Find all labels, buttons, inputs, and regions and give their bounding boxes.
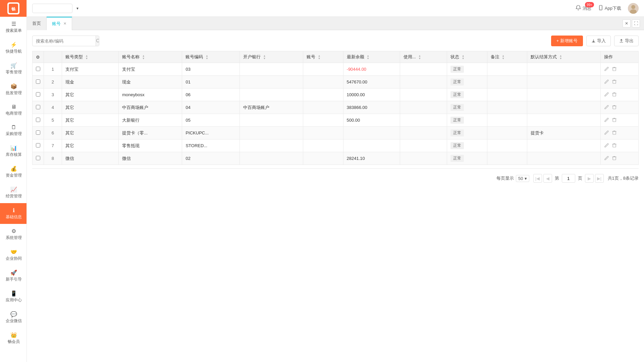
page-next-btn[interactable]: ▶ [585,174,594,183]
row-checkbox[interactable] [36,105,40,109]
sidebar-item-vip[interactable]: 👑 畅会员 [0,328,26,349]
row-bank [239,88,303,101]
delete-icon[interactable] [612,143,617,149]
page-first-btn[interactable]: |◀ [533,174,542,183]
delete-icon[interactable] [612,130,617,136]
sidebar-item-search-menu[interactable]: ☰ 搜索菜单 [0,17,26,38]
sidebar-item-sys[interactable]: ⚙ 系统管理 [0,224,26,245]
search-input[interactable] [33,39,96,44]
import-button[interactable]: 导入 [586,36,611,46]
header-dropdown[interactable]: ▾ [76,6,78,11]
sidebar-item-fund[interactable]: 💰 资金管理 [0,162,26,182]
th-balance[interactable]: 最新余额 ▲▼ [343,51,400,63]
edit-icon[interactable] [604,130,609,136]
edit-icon[interactable] [604,79,609,85]
row-settings[interactable] [33,139,44,152]
row-checkbox[interactable] [36,79,40,84]
sidebar-item-guide[interactable]: 🚀 新手引导 [0,265,26,286]
sidebar-item-retail[interactable]: 🛒 零售管理 [0,58,26,79]
row-balance: 500.00 [343,114,400,127]
delete-icon[interactable] [612,105,617,111]
tab-expand-btn[interactable]: ⛶ [632,19,640,27]
svg-rect-16 [613,157,616,160]
row-settings[interactable] [33,76,44,88]
search-button[interactable] [96,36,99,46]
tab-bar: 首页 账号 ✕ ✕ ⛶ [27,17,644,30]
th-settings[interactable]: ⚙ [33,51,44,63]
row-settings[interactable] [33,101,44,114]
tab-account-close[interactable]: ✕ [63,21,66,26]
row-checkbox[interactable] [36,118,40,122]
sidebar-item-ecom[interactable]: 🖥 电商管理 [0,100,26,120]
th-remark[interactable]: 备注 ▲▼ [487,51,527,63]
sidebar-item-wholesale[interactable]: 📦 批发管理 [0,79,26,100]
edit-icon[interactable] [604,117,609,123]
sidebar-item-purchase[interactable]: 🗒 采购管理 [0,120,26,141]
row-remark [487,152,527,165]
edit-icon[interactable] [604,143,609,149]
tab-close-btn[interactable]: ✕ [623,19,631,27]
row-checkbox[interactable] [36,67,40,71]
row-type: 其它 [62,101,118,114]
edit-icon[interactable] [604,156,609,162]
header-search-input[interactable] [32,4,72,13]
delete-icon[interactable] [612,156,617,162]
sidebar: 畅 ☰ 搜索菜单 ⚡ 快捷导航 🛒 零售管理 📦 批发管理 🖥 电商管理 🗒 采… [0,0,27,362]
row-bank: 中百商场账户 [239,101,303,114]
th-usage[interactable]: 使用... ▲▼ [400,51,447,63]
row-settings[interactable] [33,127,44,139]
edit-icon[interactable] [604,66,609,72]
export-button[interactable]: 导出 [614,36,639,46]
th-name[interactable]: 账号名称 ▲▼ [119,51,182,63]
sidebar-item-inventory[interactable]: 📊 库存核算 [0,141,26,162]
th-status-sort: ▲▼ [462,55,465,60]
row-checkbox[interactable] [36,143,40,147]
row-default-pay [527,139,601,152]
delete-icon[interactable] [612,117,617,123]
notification-button[interactable]: 消息 99+ [575,5,591,12]
th-status[interactable]: 状态 ▲▼ [447,51,487,63]
export-label: 导出 [625,38,634,44]
sidebar-item-ops[interactable]: 📈 经营管理 [0,182,26,203]
row-checkbox[interactable] [36,92,40,97]
row-settings[interactable] [33,152,44,165]
page-prev-btn[interactable]: ◀ [543,174,552,183]
th-bank[interactable]: 开户银行 ▲▼ [239,51,303,63]
app-download-button[interactable]: App下载 [598,5,621,11]
status-badge: 正常 [450,129,464,136]
tab-account[interactable]: 账号 ✕ [47,17,72,30]
th-account[interactable]: 账号 ▲▼ [303,51,343,63]
row-type: 现金 [62,76,118,88]
row-code: 01 [182,76,239,88]
page-input[interactable] [562,174,575,183]
row-settings[interactable] [33,88,44,101]
delete-icon[interactable] [612,66,617,72]
sidebar-item-quick-nav[interactable]: ⚡ 快捷导航 [0,38,26,58]
edit-icon[interactable] [604,92,609,98]
delete-icon[interactable] [612,79,617,85]
page-last-btn[interactable]: ▶| [595,174,604,183]
row-settings[interactable] [33,114,44,127]
row-checkbox[interactable] [36,130,40,135]
delete-icon[interactable] [612,92,617,98]
th-code[interactable]: 账号编码 ▲▼ [182,51,239,63]
sidebar-item-enterprise[interactable]: 🤝 企业协同 [0,245,26,265]
th-default-pay[interactable]: 默认结算方式 ▲▼ [527,51,601,63]
user-avatar[interactable] [628,3,639,14]
page-size-box[interactable]: 50 ▾ [516,175,529,182]
sidebar-item-enterprise-wechat[interactable]: 💬 企业微信 [0,307,26,328]
sidebar-item-basic-info[interactable]: ℹ 基础信息 [0,203,26,224]
row-usage [400,101,447,114]
edit-icon[interactable] [604,105,609,111]
page-content: + 新增账号 导入 导出 ⚙ [27,30,644,362]
svg-rect-11 [613,93,616,96]
tab-home[interactable]: 首页 [27,17,47,30]
sidebar-item-app-center[interactable]: 📱 应用中心 [0,286,26,307]
quick-nav-icon: ⚡ [2,42,25,48]
sidebar-item-retail-label: 零售管理 [2,69,25,75]
row-checkbox[interactable] [36,156,40,160]
row-remark [487,101,527,114]
row-settings[interactable] [33,63,44,76]
th-type[interactable]: 账号类型 ▲▼ [62,51,118,63]
add-account-button[interactable]: + 新增账号 [551,36,583,46]
